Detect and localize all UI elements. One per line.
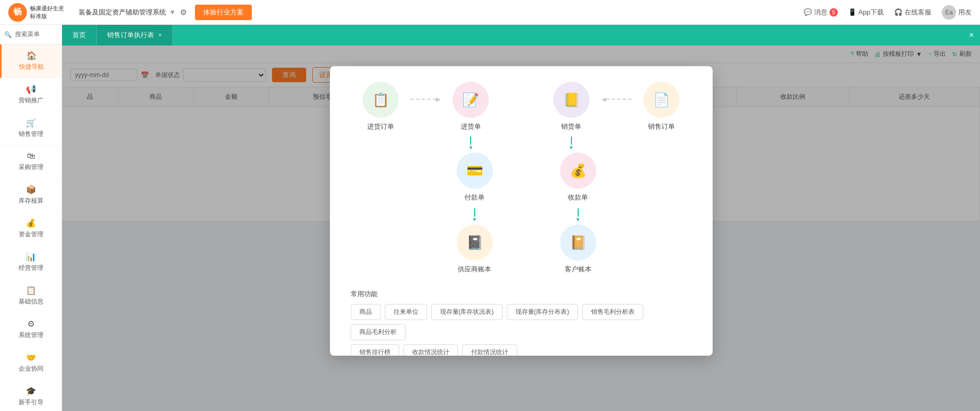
- search-icon: 🔍: [4, 31, 12, 38]
- tab-home[interactable]: 首页: [62, 25, 97, 45]
- flow-node-customer-ledger: 📔 客户账本: [547, 224, 609, 274]
- logo: 畅 畅康通好生意 标准版: [8, 3, 70, 22]
- func-btn-stock-dist[interactable]: 现存量(库存分布表): [507, 304, 578, 320]
- receipt-bill-circle: 💰: [560, 153, 596, 189]
- flow-section: 📋 进货订单 ▶: [351, 82, 692, 279]
- sidebar-item-sales[interactable]: 🛒 销售管理: [0, 112, 62, 145]
- sidebar-item-newbie[interactable]: 🎓 新手引导: [0, 380, 62, 411]
- online-service-btn[interactable]: 🎧 在线客服: [894, 8, 931, 17]
- common-func-section: 常用功能 商品 往来单位 现存量(库存状况表) 现存量(库存分布表) 销售毛利分…: [351, 290, 692, 356]
- flow-modal: 📋 进货订单 ▶: [330, 66, 713, 356]
- purchase-icon: 🛍: [27, 151, 35, 161]
- top-nav-right: 💬 消息 5 📱 App下载 🎧 在线客服 Ea 用友: [804, 5, 972, 20]
- sidebar-item-purchase[interactable]: 🛍 采购管理: [0, 145, 62, 178]
- flow-node-payment-bill: 💳 付款单: [444, 153, 506, 202]
- sales-icon: 🛒: [26, 118, 36, 128]
- purchase-bill-circle: 📝: [453, 82, 489, 118]
- experience-btn[interactable]: 体验行业方案: [195, 5, 252, 20]
- page-content: ? 帮助 🖨 按模板打印 ▼ ↑ 导出 ↻ 刷新: [62, 45, 980, 411]
- purchase-order-circle: 📋: [363, 82, 399, 118]
- func-btn-row-2: 销售排行榜 收款情况统计 付款情况统计: [351, 344, 692, 356]
- user-menu-btn[interactable]: Ea 用友: [942, 5, 972, 20]
- message-btn[interactable]: 💬 消息 5: [804, 8, 838, 17]
- sidebar: 🔍 搜索菜单 🏠 快捷导航 📢 营销推广 🛒 销售管理 🛍 采购管理 📦: [0, 25, 62, 411]
- sidebar-item-finance[interactable]: 💰 资金管理: [0, 212, 62, 246]
- payment-bill-circle: 💳: [457, 153, 493, 189]
- logo-text: 畅康通好生意 标准版: [30, 5, 64, 20]
- flow-node-sales-bill: 📒 销货单: [541, 82, 601, 131]
- flow-node-purchase-order: 📋 进货订单: [351, 82, 411, 131]
- operation-icon: 📊: [26, 252, 36, 262]
- func-btn-sales-ranking[interactable]: 销售排行榜: [351, 344, 399, 356]
- sidebar-item-operation[interactable]: 📊 经营管理: [0, 246, 62, 279]
- sidebar-search[interactable]: 🔍 搜索菜单: [0, 25, 62, 44]
- tab-sales-order[interactable]: 销售订单执行表 ×: [97, 25, 173, 45]
- avatar: Ea: [942, 5, 956, 20]
- func-btn-row-1: 商品 往来单位 现存量(库存状况表) 现存量(库存分布表) 销售毛利分析表 商品…: [351, 304, 692, 340]
- logo-icon: 畅: [8, 3, 27, 22]
- func-btn-payment-stats[interactable]: 付款情况统计: [462, 344, 517, 356]
- func-btn-partner[interactable]: 往来单位: [385, 304, 427, 320]
- sidebar-item-inventory[interactable]: 📦 库存核算: [0, 178, 62, 212]
- sidebar-item-quick-nav[interactable]: 🏠 快捷导航: [0, 44, 62, 78]
- base-info-icon: 📋: [26, 285, 36, 295]
- content-area: 首页 销售订单执行表 × × ? 帮助 🖨: [62, 25, 980, 411]
- sidebar-item-enterprise[interactable]: 🤝 企业协同: [0, 346, 62, 380]
- finance-icon: 💰: [26, 218, 36, 228]
- func-btn-receipt-stats[interactable]: 收款情况统计: [403, 344, 458, 356]
- flow-node-sales-order: 📄 销售订单: [631, 82, 691, 131]
- download-icon: 📱: [848, 8, 856, 16]
- customer-ledger-circle: 📔: [560, 224, 596, 261]
- tab-bar: 首页 销售订单执行表 × ×: [62, 25, 980, 45]
- sidebar-item-system[interactable]: ⚙ 系统管理: [0, 313, 62, 346]
- func-btn-product-profit[interactable]: 商品毛利分析: [351, 324, 405, 340]
- sales-bill-circle: 📒: [553, 82, 590, 118]
- message-badge: 5: [830, 8, 838, 17]
- system-name: 装备及固定资产辅助管理系统: [79, 8, 166, 17]
- marketing-icon: 📢: [26, 84, 36, 94]
- sidebar-item-base-info[interactable]: 📋 基础信息: [0, 279, 62, 313]
- newbie-icon: 🎓: [26, 386, 36, 396]
- func-btn-sales-profit[interactable]: 销售毛利分析表: [582, 304, 643, 320]
- system-name-area: 装备及固定资产辅助管理系统 ▼ ⚙: [79, 8, 187, 17]
- flow-row-3: 📓 供应商账本 📔: [351, 224, 692, 274]
- modal-body: 📋 进货订单 ▶: [330, 66, 713, 356]
- flow-node-purchase-bill: 📝 进货单: [441, 82, 501, 131]
- flow-row-2: 💳 付款单 💰: [351, 153, 692, 202]
- system-dropdown-icon[interactable]: ▼: [169, 8, 176, 16]
- system-icon: ⚙: [27, 319, 35, 329]
- sales-order-circle: 📄: [643, 82, 680, 118]
- tab-bar-close-btn[interactable]: ×: [969, 31, 974, 40]
- supplier-ledger-circle: 📓: [457, 224, 493, 261]
- func-btn-stock-status[interactable]: 现存量(库存状况表): [431, 304, 503, 320]
- message-icon: 💬: [804, 8, 812, 16]
- flow-node-supplier-ledger: 📓 供应商账本: [444, 224, 506, 274]
- home-icon: 🏠: [26, 51, 37, 60]
- flow-row-1: 📋 进货订单 ▶: [351, 82, 692, 131]
- inventory-icon: 📦: [26, 185, 36, 194]
- service-icon: 🎧: [894, 8, 902, 16]
- tab-close-icon[interactable]: ×: [158, 32, 162, 39]
- sidebar-item-marketing[interactable]: 📢 营销推广: [0, 78, 62, 112]
- app-download-btn[interactable]: 📱 App下载: [848, 8, 884, 17]
- modal-overlay[interactable]: 📋 进货订单 ▶: [62, 45, 980, 411]
- enterprise-icon: 🤝: [26, 353, 36, 362]
- func-btn-product[interactable]: 商品: [351, 304, 381, 320]
- top-nav: 畅 畅康通好生意 标准版 装备及固定资产辅助管理系统 ▼ ⚙ 体验行业方案 💬 …: [0, 0, 980, 25]
- flow-node-receipt-bill: 💰 收款单: [547, 153, 609, 202]
- settings-icon[interactable]: ⚙: [180, 8, 187, 17]
